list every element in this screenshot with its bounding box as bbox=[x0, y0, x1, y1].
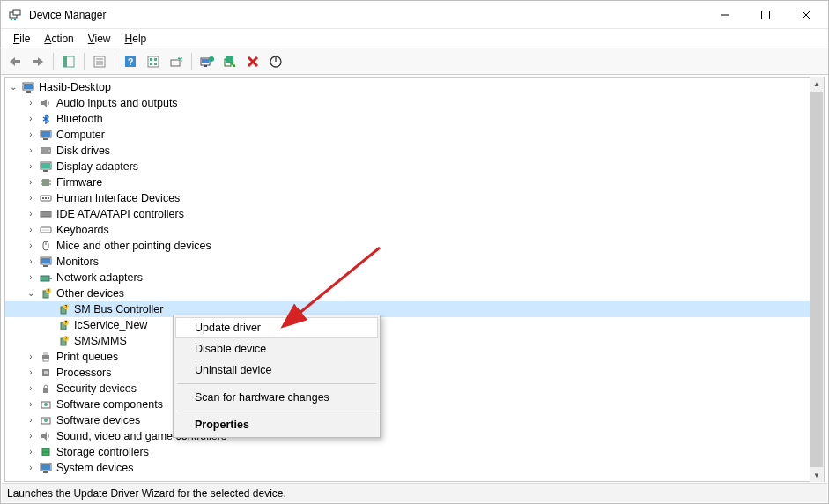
svg-point-90 bbox=[44, 403, 48, 406]
tree-node-label: Keyboards bbox=[56, 222, 109, 238]
tree-node-security[interactable]: ›Security devices bbox=[5, 381, 824, 397]
tree-node-other[interactable]: ⌄?Other devices bbox=[5, 285, 824, 301]
menu-view[interactable]: View bbox=[81, 31, 118, 47]
svg-point-40 bbox=[48, 150, 50, 152]
chevron-right-icon[interactable]: › bbox=[25, 238, 37, 254]
show-hide-tree-button[interactable] bbox=[58, 51, 79, 72]
security-icon bbox=[39, 382, 53, 396]
menu-file[interactable]: File bbox=[6, 31, 37, 47]
scroll-up-button[interactable]: ▲ bbox=[810, 77, 824, 91]
tree-node-smbus-selected[interactable]: ›?SM Bus Controller bbox=[5, 301, 824, 317]
svg-rect-51 bbox=[45, 197, 47, 199]
context-menu-uninstall-device[interactable]: Uninstall device bbox=[175, 359, 378, 381]
printer-icon bbox=[39, 350, 53, 364]
tree-node-system[interactable]: ›System devices bbox=[5, 460, 824, 476]
tree-node-computer[interactable]: ›Computer bbox=[5, 127, 824, 143]
svg-rect-34 bbox=[24, 84, 33, 89]
tree-node-smsmms[interactable]: ›?SMS/MMS bbox=[5, 333, 824, 349]
tree-node-icservice[interactable]: ›?IcService_New bbox=[5, 317, 824, 333]
tree-node-mice[interactable]: ›Mice and other pointing devices bbox=[5, 238, 824, 254]
chevron-right-icon[interactable]: › bbox=[25, 159, 37, 174]
disable-device-button[interactable] bbox=[219, 51, 241, 72]
chevron-right-icon[interactable]: › bbox=[25, 349, 37, 365]
chevron-right-icon[interactable]: › bbox=[25, 428, 37, 444]
unknown-device-icon: ? bbox=[56, 318, 70, 332]
back-button[interactable] bbox=[4, 51, 26, 72]
software-icon bbox=[39, 397, 53, 411]
tree-node-audio[interactable]: ›Audio inputs and outputs bbox=[5, 95, 824, 111]
tree-root[interactable]: ⌄ Hasib-Desktop bbox=[5, 79, 824, 95]
vertical-scrollbar[interactable]: ▲ ▼ bbox=[810, 77, 824, 482]
menu-help[interactable]: Help bbox=[118, 31, 154, 47]
scrollbar-thumb[interactable] bbox=[810, 92, 823, 467]
chevron-right-icon[interactable]: › bbox=[25, 397, 37, 412]
chevron-right-icon[interactable]: › bbox=[25, 111, 37, 127]
scan-hardware-button[interactable] bbox=[166, 51, 187, 72]
mouse-icon bbox=[39, 239, 53, 253]
maximize-button[interactable] bbox=[745, 1, 786, 29]
chevron-right-icon[interactable]: › bbox=[25, 444, 37, 460]
tree-node-hid[interactable]: ›Human Interface Devices bbox=[5, 190, 824, 206]
update-driver-button[interactable] bbox=[196, 51, 218, 72]
tree-node-sound[interactable]: ›Sound, video and game controllers bbox=[5, 428, 824, 444]
svg-point-63 bbox=[48, 230, 49, 231]
tree-node-software-devices[interactable]: ›Software devices bbox=[5, 412, 824, 428]
context-menu-disable-device[interactable]: Disable device bbox=[175, 338, 378, 359]
chevron-right-icon[interactable]: › bbox=[25, 412, 37, 428]
device-tree[interactable]: ⌄ Hasib-Desktop ›Audio inputs and output… bbox=[4, 77, 825, 482]
tree-node-keyboards[interactable]: ›Keyboards bbox=[5, 222, 824, 238]
svg-rect-38 bbox=[43, 138, 48, 140]
chevron-right-icon[interactable]: › bbox=[25, 381, 37, 397]
statusbar: Launches the Update Driver Wizard for th… bbox=[2, 483, 827, 502]
svg-rect-43 bbox=[43, 170, 48, 172]
menu-action[interactable]: Action bbox=[37, 31, 80, 47]
tree-node-display[interactable]: ›Display adapters bbox=[5, 159, 824, 174]
view-icon-button[interactable] bbox=[143, 51, 164, 72]
tree-node-label: Bluetooth bbox=[56, 111, 103, 127]
cpu-icon bbox=[39, 366, 53, 380]
tree-node-network[interactable]: ›Network adapters bbox=[5, 270, 824, 285]
tree-node-processors[interactable]: ›Processors bbox=[5, 365, 824, 381]
chevron-right-icon[interactable]: › bbox=[25, 190, 37, 206]
properties-button[interactable] bbox=[89, 51, 110, 72]
tree-node-software-components[interactable]: ›Software components bbox=[5, 397, 824, 412]
computer-icon bbox=[21, 80, 35, 94]
chevron-right-icon[interactable]: › bbox=[25, 270, 37, 285]
svg-point-61 bbox=[45, 230, 46, 231]
enable-device-button[interactable] bbox=[265, 51, 286, 72]
forward-button[interactable] bbox=[27, 51, 48, 72]
tree-node-bluetooth[interactable]: ›Bluetooth bbox=[5, 111, 824, 127]
tree-node-ide[interactable]: ›IDE ATA/ATAPI controllers bbox=[5, 206, 824, 222]
chevron-right-icon[interactable]: › bbox=[25, 254, 37, 270]
chevron-right-icon[interactable]: › bbox=[25, 365, 37, 381]
chevron-down-icon[interactable]: ⌄ bbox=[25, 285, 37, 301]
chevron-down-icon[interactable]: ⌄ bbox=[7, 79, 19, 95]
chevron-right-icon[interactable]: › bbox=[25, 174, 37, 190]
chevron-right-icon[interactable]: › bbox=[25, 206, 37, 222]
svg-rect-18 bbox=[148, 56, 159, 67]
chevron-right-icon[interactable]: › bbox=[25, 95, 37, 111]
uninstall-device-button[interactable] bbox=[242, 51, 263, 72]
chevron-right-icon[interactable]: › bbox=[25, 460, 37, 476]
context-menu-scan-hardware[interactable]: Scan for hardware changes bbox=[175, 387, 378, 408]
close-button[interactable] bbox=[786, 1, 826, 29]
ide-icon bbox=[39, 207, 53, 221]
scroll-down-button[interactable]: ▼ bbox=[810, 468, 824, 482]
hid-icon bbox=[39, 191, 53, 205]
chevron-right-icon[interactable]: › bbox=[25, 127, 37, 143]
tree-node-firmware[interactable]: ›Firmware bbox=[5, 174, 824, 190]
monitor-icon bbox=[39, 255, 53, 269]
context-menu-properties[interactable]: Properties bbox=[175, 414, 378, 435]
chevron-right-icon[interactable]: › bbox=[25, 222, 37, 238]
minimize-button[interactable] bbox=[705, 1, 745, 29]
help-button[interactable]: ? bbox=[120, 51, 141, 72]
tree-node-print[interactable]: ›Print queues bbox=[5, 349, 824, 365]
tree-node-storage[interactable]: ›Storage controllers bbox=[5, 444, 824, 460]
tree-node-disk[interactable]: ›Disk drives bbox=[5, 143, 824, 159]
context-menu-update-driver[interactable]: Update driver bbox=[175, 317, 378, 338]
svg-rect-84 bbox=[43, 352, 48, 355]
svg-rect-11 bbox=[63, 56, 67, 67]
chevron-right-icon[interactable]: › bbox=[25, 143, 37, 159]
tree-node-label: IDE ATA/ATAPI controllers bbox=[56, 206, 184, 222]
tree-node-monitors[interactable]: ›Monitors bbox=[5, 254, 824, 270]
